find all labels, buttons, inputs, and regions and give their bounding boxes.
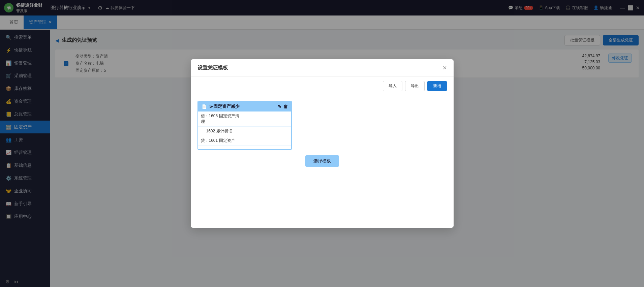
template-entry-row-3 bbox=[198, 146, 291, 149]
entry-col4-3 bbox=[268, 146, 291, 149]
modal-title: 设置凭证模板 bbox=[197, 65, 228, 71]
new-button[interactable]: 新增 bbox=[427, 81, 447, 91]
select-template-container: 选择模板 bbox=[197, 155, 447, 167]
template-doc-icon: 📄 bbox=[202, 104, 207, 109]
template-card-header: 📄 5-固定资产减少 ✎ 🗑 bbox=[198, 101, 291, 111]
template-card-actions: ✎ 🗑 bbox=[278, 104, 288, 109]
app-wrapper: 畅 畅捷通好业财 普及版 医疗器械行业演示 ▼ ⚙ ☁ 我要体验一下 💬 消息 … bbox=[0, 0, 644, 287]
select-template-button[interactable]: 选择模板 bbox=[305, 155, 339, 167]
entry-type-1: 1602 累计折旧 bbox=[198, 127, 245, 136]
entry-col4-2 bbox=[268, 136, 291, 145]
modal-header: 设置凭证模板 ✕ bbox=[191, 59, 454, 77]
template-entry-row-1: 1602 累计折旧 bbox=[198, 127, 291, 136]
modal-close-button[interactable]: ✕ bbox=[442, 65, 447, 71]
template-card-title: 5-固定资产减少 bbox=[210, 103, 240, 109]
entry-type-0: 借：1606 固定资产清理 bbox=[198, 111, 245, 126]
template-card: 📄 5-固定资产减少 ✎ 🗑 借：1606 固定资产清理 bbox=[197, 101, 292, 150]
import-button[interactable]: 导入 bbox=[383, 81, 402, 91]
modal-body: 📄 5-固定资产减少 ✎ 🗑 借：1606 固定资产清理 bbox=[191, 95, 454, 228]
entry-type-3 bbox=[198, 146, 245, 149]
entry-col4-0 bbox=[268, 111, 291, 126]
template-delete-icon[interactable]: 🗑 bbox=[283, 104, 288, 109]
template-entry-row-2: 贷：1601 固定资产 bbox=[198, 136, 291, 146]
entry-col3-0 bbox=[245, 111, 269, 126]
entry-type-2: 贷：1601 固定资产 bbox=[198, 136, 245, 145]
template-card-body: 借：1606 固定资产清理 1602 累计折旧 贷：1601 固定资产 bbox=[198, 111, 291, 149]
export-button[interactable]: 导出 bbox=[405, 81, 425, 91]
modal-toolbar: 导入 导出 新增 bbox=[191, 77, 454, 95]
template-edit-icon[interactable]: ✎ bbox=[278, 104, 281, 109]
modal-dialog: 设置凭证模板 ✕ 导入 导出 新增 📄 5-固定资产减少 ✎ bbox=[191, 59, 454, 228]
entry-col3-2 bbox=[245, 136, 269, 145]
modal-overlay: 设置凭证模板 ✕ 导入 导出 新增 📄 5-固定资产减少 ✎ bbox=[0, 0, 644, 287]
entry-col4-1 bbox=[268, 127, 291, 136]
entry-col3-3 bbox=[245, 146, 269, 149]
entry-col3-1 bbox=[245, 127, 269, 136]
template-entry-row-0: 借：1606 固定资产清理 bbox=[198, 111, 291, 127]
